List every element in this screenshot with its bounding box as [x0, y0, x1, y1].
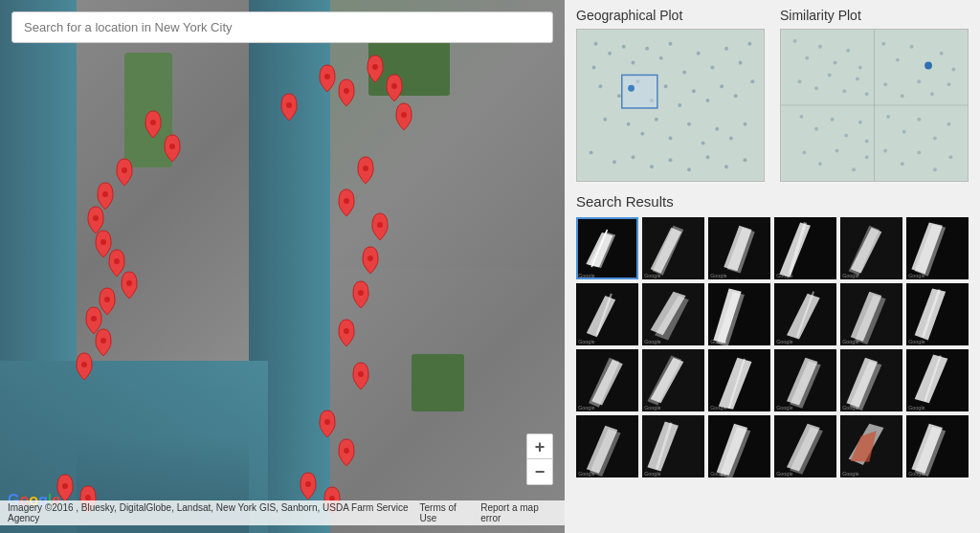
- svg-point-72: [930, 92, 934, 96]
- result-thumb-12[interactable]: Google: [906, 283, 969, 345]
- result-thumb-13[interactable]: Google: [576, 349, 638, 411]
- svg-point-44: [724, 165, 728, 168]
- svg-text:Google: Google: [644, 471, 660, 477]
- result-thumb-9[interactable]: Google: [708, 283, 770, 345]
- svg-point-87: [917, 118, 921, 122]
- svg-text:Google: Google: [842, 405, 858, 411]
- result-thumb-8[interactable]: Google: [642, 283, 704, 345]
- svg-text:Google: Google: [578, 471, 594, 477]
- svg-point-20: [664, 84, 668, 88]
- map-background: Google + − Imagery ©2016 , Bluesky, Digi…: [0, 0, 565, 533]
- svg-point-24: [720, 84, 724, 88]
- result-thumb-4[interactable]: Google: [774, 217, 836, 279]
- svg-point-83: [852, 167, 856, 171]
- svg-text:Google: Google: [908, 471, 924, 477]
- svg-point-70: [901, 94, 904, 98]
- terms-link[interactable]: Terms of Use: [419, 502, 473, 523]
- svg-point-54: [834, 61, 837, 65]
- svg-point-23: [706, 99, 710, 102]
- result-thumb-16[interactable]: Google: [774, 349, 836, 411]
- svg-point-84: [865, 155, 869, 159]
- result-thumb-6[interactable]: Google: [906, 217, 969, 279]
- geo-plot-container: Geographical Plot: [576, 8, 765, 182]
- result-thumb-3[interactable]: Google: [708, 217, 770, 279]
- svg-rect-46: [622, 75, 657, 108]
- svg-text:Google: Google: [578, 339, 594, 344]
- svg-point-29: [640, 132, 644, 136]
- svg-point-43: [706, 155, 710, 159]
- svg-point-81: [818, 162, 822, 166]
- svg-point-28: [627, 122, 631, 126]
- svg-point-91: [901, 162, 904, 166]
- svg-text:Google: Google: [842, 339, 858, 344]
- search-input[interactable]: [11, 11, 553, 43]
- svg-point-55: [846, 49, 850, 53]
- similarity-plot-container: Similarity Plot: [780, 8, 969, 182]
- svg-text:Google: Google: [710, 339, 726, 344]
- result-thumb-14[interactable]: Google: [642, 349, 704, 411]
- geo-plot-area: [576, 29, 765, 182]
- similarity-plot-svg: [781, 30, 968, 181]
- svg-point-68: [951, 68, 955, 72]
- svg-point-95: [924, 62, 932, 70]
- result-thumb-2[interactable]: Google: [642, 217, 704, 279]
- result-thumb-15[interactable]: Google: [708, 349, 770, 411]
- svg-text:Google: Google: [908, 273, 924, 278]
- search-results-section: Search Results Google Google: [576, 193, 969, 525]
- search-bar[interactable]: [11, 11, 553, 43]
- result-thumb-5[interactable]: Google: [840, 217, 902, 279]
- svg-point-94: [949, 155, 953, 159]
- svg-point-2: [594, 42, 598, 46]
- svg-point-13: [724, 47, 728, 51]
- svg-point-8: [659, 56, 663, 60]
- svg-point-61: [856, 77, 859, 80]
- svg-text:Google: Google: [908, 339, 924, 344]
- result-thumb-24[interactable]: Google: [906, 415, 969, 477]
- svg-point-63: [881, 42, 885, 46]
- result-thumb-1[interactable]: Google: [576, 217, 638, 279]
- svg-point-40: [650, 165, 654, 168]
- svg-text:Google: Google: [710, 471, 726, 477]
- result-thumb-17[interactable]: Google: [840, 349, 902, 411]
- svg-point-37: [590, 150, 593, 154]
- svg-point-69: [883, 82, 887, 86]
- svg-point-53: [818, 45, 822, 49]
- svg-point-30: [655, 118, 658, 122]
- result-thumb-11[interactable]: Google: [840, 283, 902, 345]
- result-thumb-21[interactable]: Google: [708, 415, 770, 477]
- zoom-out-button[interactable]: −: [527, 459, 552, 484]
- svg-point-34: [715, 127, 719, 131]
- plots-row: Geographical Plot: [576, 8, 969, 182]
- svg-text:Google: Google: [644, 339, 660, 344]
- report-link[interactable]: Report a map error: [480, 502, 557, 523]
- svg-point-7: [645, 47, 649, 51]
- svg-point-33: [702, 142, 705, 145]
- svg-point-79: [865, 140, 869, 144]
- result-thumb-20[interactable]: Google: [642, 415, 704, 477]
- result-thumb-19[interactable]: Google: [576, 415, 638, 477]
- svg-point-90: [883, 148, 887, 152]
- svg-text:Google: Google: [578, 405, 594, 411]
- svg-point-42: [687, 167, 691, 171]
- map-attribution: Imagery ©2016 , Bluesky, DigitalGlobe, L…: [0, 500, 565, 525]
- result-thumb-22[interactable]: Google: [774, 415, 836, 477]
- svg-text:Google: Google: [842, 273, 858, 278]
- result-thumb-23[interactable]: Google: [840, 415, 902, 477]
- svg-point-6: [632, 61, 635, 65]
- result-thumb-10[interactable]: Google: [774, 283, 836, 345]
- svg-point-62: [865, 92, 869, 96]
- attribution-text: Imagery ©2016 , Bluesky, DigitalGlobe, L…: [8, 502, 419, 523]
- svg-point-65: [910, 45, 914, 49]
- zoom-in-button[interactable]: +: [527, 434, 552, 459]
- svg-point-78: [858, 121, 862, 124]
- svg-point-32: [687, 122, 691, 126]
- svg-point-74: [800, 115, 804, 119]
- svg-point-76: [831, 118, 835, 122]
- svg-point-73: [947, 82, 951, 86]
- result-thumb-7[interactable]: Google: [576, 283, 638, 345]
- svg-point-82: [835, 148, 839, 152]
- svg-point-64: [896, 58, 900, 62]
- result-thumb-18[interactable]: Google: [906, 349, 969, 411]
- svg-text:Google: Google: [776, 405, 792, 411]
- svg-point-51: [793, 39, 797, 43]
